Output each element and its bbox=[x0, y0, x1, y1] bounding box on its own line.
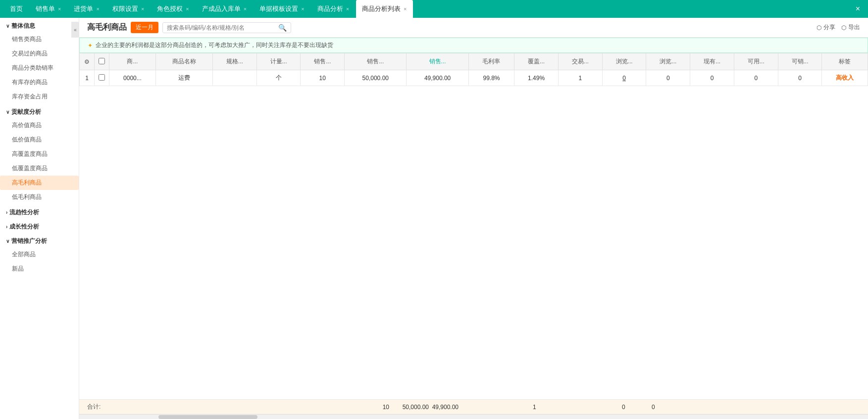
horizontal-scrollbar[interactable] bbox=[79, 414, 868, 419]
sidebar-group-贡献度分析[interactable]: ∨贡献度分析 bbox=[0, 104, 79, 118]
nav-close-icon[interactable]: × bbox=[404, 6, 407, 12]
col-sellable[interactable]: 可销... bbox=[778, 53, 822, 70]
content-header: 高毛利商品 近一月 🔍 ⬡ 分享 ⬡ 导出 bbox=[79, 18, 868, 38]
group-expand-icon: › bbox=[6, 224, 7, 230]
sidebar-item-库存资金占用[interactable]: 库存资金占用 bbox=[0, 90, 79, 104]
footer-available: 0 bbox=[638, 404, 668, 411]
group-collapse-icon: ∨ bbox=[6, 238, 9, 244]
group-label: 整体信息 bbox=[11, 22, 35, 30]
group-collapse-icon: ∨ bbox=[6, 109, 9, 115]
nav-item-商品分析列表[interactable]: 商品分析列表 × bbox=[356, 0, 412, 18]
sidebar-item-高价值商品[interactable]: 高价值商品 bbox=[0, 118, 79, 133]
nav-item-权限设置[interactable]: 权限设置 × bbox=[106, 0, 150, 18]
row-gross-rate: 99.8% bbox=[468, 70, 514, 86]
row-sellable: 0 bbox=[778, 70, 822, 86]
nav-close-icon[interactable]: × bbox=[346, 6, 349, 12]
row-views2: 0 bbox=[646, 70, 690, 86]
page-title: 高毛利商品 bbox=[87, 22, 127, 33]
col-coverage[interactable]: 覆盖... bbox=[514, 53, 559, 70]
group-label: 贡献度分析 bbox=[11, 108, 41, 116]
col-views1[interactable]: 浏览... bbox=[602, 53, 646, 70]
search-input[interactable] bbox=[167, 24, 276, 31]
sidebar-item-低覆盖度商品[interactable]: 低覆盖度商品 bbox=[0, 161, 79, 176]
col-unit[interactable]: 计量... bbox=[256, 53, 301, 70]
sidebar-group-流趋性分析[interactable]: ›流趋性分析 bbox=[0, 204, 79, 219]
nav-item-角色授权[interactable]: 角色授权 × bbox=[151, 0, 195, 18]
filter-button[interactable]: 近一月 bbox=[131, 22, 158, 33]
group-label: 营销推广分析 bbox=[11, 237, 47, 245]
share-icon: ⬡ bbox=[817, 24, 821, 31]
nav-close-all[interactable]: × bbox=[852, 4, 864, 13]
footer-label: 合计: bbox=[87, 403, 101, 411]
info-text: 企业的主要的利润都是这部分商品创造的，可考虑加大推广，同时关注库存是不要出现缺货 bbox=[96, 41, 333, 49]
col-gross-rate[interactable]: 毛利率 bbox=[468, 53, 514, 70]
nav-close-icon[interactable]: × bbox=[186, 6, 189, 12]
nav-item-首页[interactable]: 首页 bbox=[4, 0, 29, 18]
table-header-row: ⚙ 商... 商品名称 规格... 计量... 销售... 销售... 销售..… bbox=[80, 53, 868, 70]
row-coverage: 1.49% bbox=[514, 70, 559, 86]
group-collapse-icon: ∨ bbox=[6, 23, 9, 29]
sidebar-item-全部商品[interactable]: 全部商品 bbox=[0, 247, 79, 262]
sidebar-item-高覆盖度商品[interactable]: 高覆盖度商品 bbox=[0, 147, 79, 161]
footer-trades: 1 bbox=[519, 404, 549, 411]
nav-close-icon[interactable]: × bbox=[96, 6, 99, 12]
sidebar-item-交易过的商品[interactable]: 交易过的商品 bbox=[0, 47, 79, 61]
sidebar-item-商品分类助销率[interactable]: 商品分类助销率 bbox=[0, 61, 79, 75]
col-available[interactable]: 可用... bbox=[734, 53, 778, 70]
data-table-container[interactable]: ⚙ 商... 商品名称 规格... 计量... 销售... 销售... 销售..… bbox=[79, 53, 868, 399]
col-code[interactable]: 商... bbox=[109, 53, 156, 70]
nav-item-进货单[interactable]: 进货单 × bbox=[68, 0, 105, 18]
row-views1[interactable]: 0 bbox=[602, 70, 646, 86]
share-label: 分享 bbox=[823, 23, 835, 32]
col-current[interactable]: 现有... bbox=[690, 53, 734, 70]
col-spec[interactable]: 规格... bbox=[212, 53, 256, 70]
sidebar-item-低毛利商品[interactable]: 低毛利商品 bbox=[0, 190, 79, 204]
nav-item-单据模板设置[interactable]: 单据模板设置 × bbox=[254, 0, 310, 18]
checkbox-column-header[interactable] bbox=[95, 53, 109, 70]
share-button[interactable]: ⬡ 分享 bbox=[817, 23, 835, 32]
nav-close-icon[interactable]: × bbox=[141, 6, 144, 12]
row-code: 0000... bbox=[109, 70, 156, 86]
settings-column-header[interactable]: ⚙ bbox=[80, 53, 95, 70]
sidebar-collapse-button[interactable]: « bbox=[71, 22, 79, 38]
content-area: 高毛利商品 近一月 🔍 ⬡ 分享 ⬡ 导出 ✦ 企业的主要的利润都是这部分商品创… bbox=[79, 18, 868, 419]
settings-icon[interactable]: ⚙ bbox=[84, 58, 90, 65]
col-sales1[interactable]: 销售... bbox=[301, 53, 345, 70]
row-unit: 个 bbox=[256, 70, 301, 86]
nav-item-销售单[interactable]: 销售单 × bbox=[30, 0, 67, 18]
col-views2[interactable]: 浏览... bbox=[646, 53, 690, 70]
nav-item-产成品入库单[interactable]: 产成品入库单 × bbox=[196, 0, 253, 18]
sidebar-item-低价值商品[interactable]: 低价值商品 bbox=[0, 133, 79, 147]
row-index: 1 bbox=[80, 70, 95, 86]
nav-item-商品分析[interactable]: 商品分析 × bbox=[311, 0, 355, 18]
nav-close-icon[interactable]: × bbox=[244, 6, 247, 12]
select-all-checkbox[interactable] bbox=[99, 58, 105, 64]
row-tag: 高收入 bbox=[822, 70, 868, 86]
sidebar-group-整体信息[interactable]: ∨整体信息 bbox=[0, 18, 79, 32]
row-select-checkbox[interactable] bbox=[99, 74, 105, 81]
group-label: 流趋性分析 bbox=[9, 208, 39, 217]
col-name[interactable]: 商品名称 bbox=[155, 53, 212, 70]
col-trades[interactable]: 交易... bbox=[558, 53, 602, 70]
col-sales3[interactable]: 销售... bbox=[407, 53, 468, 70]
col-tag[interactable]: 标签 bbox=[822, 53, 868, 70]
info-icon: ✦ bbox=[88, 42, 93, 49]
search-icon[interactable]: 🔍 bbox=[278, 24, 287, 32]
footer-sales2: 50,000.00 bbox=[401, 404, 430, 411]
nav-close-icon[interactable]: × bbox=[58, 6, 61, 12]
footer-current: 0 bbox=[609, 404, 638, 411]
sidebar-item-新品[interactable]: 新品 bbox=[0, 262, 79, 276]
export-button[interactable]: ⬡ 导出 bbox=[841, 23, 860, 32]
info-banner: ✦ 企业的主要的利润都是这部分商品创造的，可考虑加大推广，同时关注库存是不要出现… bbox=[79, 38, 868, 53]
row-name: 运费 bbox=[155, 70, 212, 86]
scroll-thumb[interactable] bbox=[158, 415, 257, 419]
col-sales2[interactable]: 销售... bbox=[345, 53, 407, 70]
sidebar-item-有库存的商品[interactable]: 有库存的商品 bbox=[0, 75, 79, 90]
sidebar-group-成长性分析[interactable]: ›成长性分析 bbox=[0, 219, 79, 233]
group-expand-icon: › bbox=[6, 210, 7, 215]
sidebar-group-营销推广分析[interactable]: ∨营销推广分析 bbox=[0, 233, 79, 247]
row-current: 0 bbox=[690, 70, 734, 86]
sidebar-item-销售类商品[interactable]: 销售类商品 bbox=[0, 32, 79, 47]
sidebar-item-高毛利商品[interactable]: 高毛利商品 bbox=[0, 176, 79, 190]
nav-close-icon[interactable]: × bbox=[301, 6, 304, 12]
